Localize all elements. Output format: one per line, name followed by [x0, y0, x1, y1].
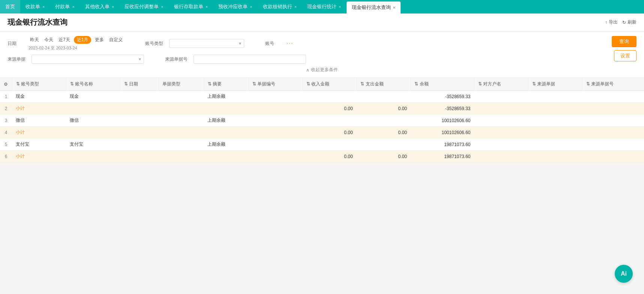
- table-cell: 小计: [12, 127, 66, 139]
- table-cell: 4: [0, 127, 12, 139]
- col-account-type[interactable]: ⇅ 账号类型: [12, 78, 66, 91]
- source-doc-no-input[interactable]: [194, 55, 306, 64]
- table-cell: [66, 151, 120, 163]
- table-cell: [357, 115, 411, 127]
- table-cell: 0.00: [357, 151, 411, 163]
- table-cell: [474, 103, 528, 115]
- nav-adjustment[interactable]: 应收应付调整单 ×: [119, 0, 168, 13]
- col-source-doc-no[interactable]: ⇅ 来源单据号: [582, 78, 644, 91]
- shortcut-custom[interactable]: 自定义: [108, 36, 124, 44]
- table-cell: [248, 127, 302, 139]
- table-cell: [248, 103, 302, 115]
- table-cell: [158, 139, 204, 151]
- col-source-doc[interactable]: ⇅ 来源单据: [528, 78, 582, 91]
- nav-home[interactable]: 首页: [0, 0, 20, 13]
- refresh-icon: ↻: [622, 20, 626, 25]
- table-cell: [248, 115, 302, 127]
- table-cell: [303, 139, 357, 151]
- nav-flow-query[interactable]: 现金银行流水查询 ×: [347, 1, 401, 13]
- col-doc-no[interactable]: ⇅ 单据编号: [248, 78, 302, 91]
- table-head: ⚙ ⇅ 账号类型 ⇅ 账号名称 ⇅ 日期 单据类型 ⇅ 摘要 ⇅ 单据编号 ⇅ …: [0, 78, 644, 91]
- col-gear[interactable]: ⚙: [0, 78, 12, 91]
- close-adjustment-icon[interactable]: ×: [161, 4, 163, 9]
- refresh-button[interactable]: ↻ 刷新: [622, 19, 636, 25]
- nav-advance[interactable]: 预收冲应收单 ×: [213, 0, 257, 13]
- shortcut-yesterday[interactable]: 昨天: [29, 36, 41, 44]
- filter-area: 日期 昨天 今天 近7天 近1月 更多 自定义 2023-02-24 至 202…: [0, 31, 644, 78]
- col-counterpart[interactable]: ⇅ 对方户名: [474, 78, 528, 91]
- nav-bank-deposit[interactable]: 银行存取款单 ×: [169, 0, 213, 13]
- table-row: 3微信微信上期余额100102606.60: [0, 115, 644, 127]
- col-balance[interactable]: ⇅ 余额: [411, 78, 474, 91]
- shortcut-7days[interactable]: 近7天: [57, 36, 72, 44]
- close-verify-icon[interactable]: ×: [294, 4, 297, 9]
- col-doc-type[interactable]: 单据类型: [158, 78, 204, 91]
- table-cell: [474, 151, 528, 163]
- table-cell: [528, 151, 582, 163]
- table-cell: [582, 151, 644, 163]
- nav-receipt[interactable]: 收款单 ×: [20, 0, 50, 13]
- table-cell: 0.00: [303, 127, 357, 139]
- close-payment-icon[interactable]: ×: [72, 4, 74, 9]
- table-cell: [66, 103, 120, 115]
- filter-row-2: 来源单据 来源单据号: [8, 55, 604, 64]
- date-filter-label: 日期: [8, 40, 23, 47]
- table-cell: [582, 139, 644, 151]
- collapse-button[interactable]: ∧ 收起更多条件: [306, 67, 338, 73]
- table-cell: [357, 91, 411, 103]
- table-cell: -3528659.33: [411, 91, 474, 103]
- table-cell: 支付宝: [12, 139, 66, 151]
- close-statistics-icon[interactable]: ×: [339, 4, 341, 9]
- table-cell: [120, 139, 158, 151]
- collapse-bar: ∧ 收起更多条件: [8, 67, 636, 73]
- close-receipt-icon[interactable]: ×: [42, 4, 45, 9]
- table-header-row: ⚙ ⇅ 账号类型 ⇅ 账号名称 ⇅ 日期 单据类型 ⇅ 摘要 ⇅ 单据编号 ⇅ …: [0, 78, 644, 91]
- nav-other-income[interactable]: 其他收入单 ×: [80, 0, 119, 13]
- table-cell: 上期余额: [204, 91, 248, 103]
- table-cell: 0.00: [357, 103, 411, 115]
- col-date[interactable]: ⇅ 日期: [120, 78, 158, 91]
- export-button[interactable]: ↑ 导出: [605, 19, 618, 25]
- table-cell: [158, 151, 204, 163]
- close-other-income-icon[interactable]: ×: [112, 4, 114, 9]
- table-cell: [158, 91, 204, 103]
- table-cell: [303, 115, 357, 127]
- table-cell: 100102606.60: [411, 115, 474, 127]
- col-account-name[interactable]: ⇅ 账号名称: [66, 78, 120, 91]
- close-bank-deposit-icon[interactable]: ×: [206, 4, 208, 9]
- col-income[interactable]: ⇅ 收入金额: [303, 78, 357, 91]
- date-range-display: 2023-02-24 至 2023-03-24: [29, 45, 124, 51]
- col-expense[interactable]: ⇅ 支出金额: [357, 78, 411, 91]
- table-cell: [582, 91, 644, 103]
- date-shortcuts: 昨天 今天 近7天 近1月 更多 自定义: [29, 36, 124, 44]
- nav-statistics[interactable]: 现金银行统计 ×: [302, 0, 346, 13]
- table-cell: [582, 103, 644, 115]
- shortcut-more[interactable]: 更多: [93, 36, 105, 44]
- table-cell: [528, 103, 582, 115]
- table-cell: [158, 127, 204, 139]
- filter-right: 查询 设置: [612, 36, 636, 61]
- source-doc-select[interactable]: [32, 55, 144, 64]
- account-type-select[interactable]: [169, 39, 244, 48]
- table-cell: [357, 139, 411, 151]
- page-title: 现金银行流水查询: [8, 17, 68, 27]
- table-container: ⚙ ⇅ 账号类型 ⇅ 账号名称 ⇅ 日期 单据类型 ⇅ 摘要 ⇅ 单据编号 ⇅ …: [0, 78, 644, 163]
- table-cell: 小计: [12, 103, 66, 115]
- table-cell: [474, 127, 528, 139]
- collapse-up-icon: ∧: [306, 67, 309, 73]
- col-summary[interactable]: ⇅ 摘要: [204, 78, 248, 91]
- table-cell: [120, 127, 158, 139]
- table-cell: 1: [0, 91, 12, 103]
- shortcut-today[interactable]: 今天: [43, 36, 55, 44]
- nav-verify[interactable]: 收款核销执行 ×: [258, 0, 302, 13]
- close-flow-icon[interactable]: ×: [393, 5, 395, 10]
- close-advance-icon[interactable]: ×: [250, 4, 252, 9]
- table-cell: 5: [0, 139, 12, 151]
- query-button[interactable]: 查询: [612, 36, 636, 47]
- account-dots-button[interactable]: ···: [286, 40, 293, 47]
- table-cell: -3528659.33: [411, 103, 474, 115]
- settings-button[interactable]: 设置: [614, 50, 636, 61]
- shortcut-1month[interactable]: 近1月: [74, 36, 92, 44]
- table-cell: [248, 151, 302, 163]
- nav-payment[interactable]: 付款单 ×: [50, 0, 80, 13]
